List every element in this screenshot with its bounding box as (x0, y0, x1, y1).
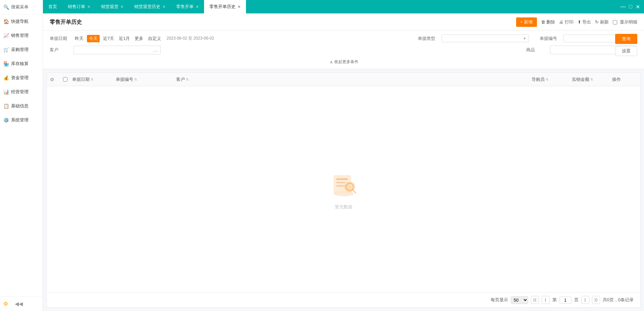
col-salesperson-sort-icon: ⇅ (546, 77, 548, 81)
display-detail-button[interactable]: 显示明细 (613, 19, 637, 25)
search-icon: 🔍 (3, 4, 9, 10)
tab-bar: 首页 销售订单 ✕ 销货退货 ✕ 销货退货历史 ✕ 零售开单 ✕ 零售开单历史 … (43, 0, 644, 13)
tab-retail-open-history-label: 零售开单历史 (209, 4, 236, 10)
tab-retail-open-history-close[interactable]: ✕ (238, 5, 241, 9)
export-button[interactable]: ⬆ 导出 (578, 19, 591, 25)
content-area: 零售开单历史 + 新增 🗑 删除 🖨 打印 ⬆ 导出 ↻ 刷新 显示明细 单据日… (43, 13, 644, 311)
filter-area: 单据日期 昨天 今天 近7天 近1月 更多 自定义 2023-06-02 至 2… (43, 31, 644, 69)
num-filter-label: 单据编号 (540, 36, 558, 42)
collapse-filter-row[interactable]: ∧ 收起更多条件 (50, 58, 637, 65)
goods-filter-label: 商品 (526, 47, 545, 53)
page-label: 第 (552, 297, 557, 303)
sidebar-item-purchase-mgmt[interactable]: 🛒 采购管理 (0, 43, 43, 57)
col-salesperson-label: 导购员 (532, 76, 545, 83)
tab-retail-open-label: 零售开单 (176, 4, 194, 10)
sidebar-item-inventory[interactable]: 🏪 库存核算 (0, 57, 43, 71)
collapse-filter-label: 收起更多条件 (334, 59, 358, 65)
customer-filter-dots[interactable]: ... (153, 47, 158, 53)
sidebar-item-basic-info[interactable]: 📋 基础信息 (0, 99, 43, 113)
sidebar-search[interactable]: 🔍 搜索采单 (0, 0, 43, 14)
date-range-display: 2023-06-02 至 2023-06-02 (166, 36, 214, 41)
collapse-sidebar-icon[interactable]: ◀◀ (15, 301, 23, 307)
per-page-select[interactable]: 10 20 50 100 (511, 296, 528, 304)
select-all-checkbox[interactable] (63, 77, 67, 82)
filter-settings-button[interactable]: 设置 (615, 46, 637, 56)
date-filter-label: 单据日期 (50, 36, 68, 42)
date-btn-1month[interactable]: 近1月 (117, 35, 131, 42)
refresh-button[interactable]: ↻ 刷新 (595, 19, 609, 25)
query-button[interactable]: 查询 (615, 34, 637, 44)
col-header-ops: 操作 (610, 76, 637, 83)
customer-filter-input[interactable] (77, 48, 153, 53)
type-chevron-icon: ▾ (524, 36, 526, 41)
sidebar-search-label: 搜索采单 (11, 4, 29, 10)
col-customer-label: 客户 (176, 76, 185, 83)
sidebar-item-system[interactable]: ⚙️ 系统管理 (0, 113, 43, 127)
col-header-customer[interactable]: 客户 ⇅ (174, 76, 530, 83)
tab-sales-return-label: 销货退货 (101, 4, 118, 10)
col-header-date[interactable]: 单据日期 ⇅ (70, 76, 114, 83)
next-page-button[interactable]: ⟩ (581, 296, 589, 304)
per-page-label: 每页显示 (491, 297, 508, 303)
date-btn-today[interactable]: 今天 (87, 35, 100, 42)
sidebar-item-sales-mgmt[interactable]: 📈 销售管理 (0, 29, 43, 43)
last-page-button[interactable]: ⟩⟩ (592, 296, 600, 304)
finance-icon: 💰 (3, 75, 9, 81)
purchase-icon: 🛒 (3, 47, 9, 52)
tab-sales-order-label: 销售订单 (68, 4, 85, 10)
display-detail-checkbox[interactable] (613, 20, 617, 24)
filter-action-group: 查询设置 (615, 34, 637, 56)
prev-page-button[interactable]: ⟨ (542, 296, 550, 304)
date-btn-more[interactable]: 更多 (133, 35, 145, 42)
page-suffix: 页 (574, 297, 579, 303)
sidebar-item-operations[interactable]: 📊 经营管理 (0, 85, 43, 99)
col-date-sort-icon: ⇅ (91, 77, 93, 81)
date-btn-custom[interactable]: 自定义 (147, 35, 162, 42)
col-customer-sort-icon: ⇅ (186, 77, 189, 81)
operations-icon: 📊 (3, 89, 9, 95)
type-filter-select[interactable]: ▾ (442, 35, 529, 42)
print-button[interactable]: 🖨 打印 (559, 19, 574, 25)
col-header-num[interactable]: 单据编号 ⇅ (114, 76, 174, 83)
add-button[interactable]: + 新增 (516, 17, 537, 27)
sidebar-item-quick-nav[interactable]: 🏠 快捷导航 (0, 14, 43, 29)
col-header-salesperson[interactable]: 导购员 ⇅ (530, 76, 570, 83)
basic-info-icon: 📋 (3, 103, 9, 109)
col-num-sort-icon: ⇅ (134, 77, 137, 81)
chevron-up-icon: ∧ (330, 60, 333, 64)
tab-sales-order-close[interactable]: ✕ (87, 5, 90, 9)
table-header: ⚙ 单据日期 ⇅ 单据编号 ⇅ 客户 ⇅ 导购员 ⇅ (47, 73, 640, 86)
tab-home[interactable]: 首页 (43, 0, 62, 13)
home-icon: 🏠 (3, 19, 9, 24)
col-ops-label: 操作 (612, 76, 621, 83)
page-input[interactable] (559, 297, 572, 304)
settings-icon[interactable]: ⚙ (3, 301, 8, 307)
tab-sales-order[interactable]: 销售订单 ✕ (62, 0, 96, 13)
first-page-button[interactable]: ⟨⟨ (531, 296, 539, 304)
tab-sales-return[interactable]: 销货退货 ✕ (96, 0, 129, 13)
sidebar-item-finance[interactable]: 💰 资金管理 (0, 71, 43, 85)
date-btn-yesterday[interactable]: 昨天 (73, 35, 85, 42)
delete-button[interactable]: 🗑 删除 (541, 19, 555, 25)
customer-filter-label: 客户 (50, 47, 68, 53)
svg-rect-2 (336, 178, 348, 180)
tab-retail-open[interactable]: 零售开单 ✕ (171, 0, 204, 13)
tab-sales-return-history-close[interactable]: ✕ (162, 5, 165, 9)
date-btn-7days[interactable]: 近7天 (102, 35, 115, 42)
tab-retail-open-close[interactable]: ✕ (196, 5, 199, 9)
tab-sales-return-close[interactable]: ✕ (120, 5, 123, 9)
sidebar-item-label: 采购管理 (11, 47, 29, 53)
close-button[interactable]: ✕ (636, 4, 640, 10)
date-filter-buttons: 昨天 今天 近7天 近1月 更多 自定义 2023-06-02 至 2023-0… (73, 35, 214, 42)
tab-retail-open-history[interactable]: 零售开单历史 ✕ (204, 0, 246, 13)
table-settings-icon[interactable]: ⚙ (50, 77, 60, 82)
tab-sales-return-history[interactable]: 销货退货历史 ✕ (129, 0, 171, 13)
main-area: 首页 销售订单 ✕ 销货退货 ✕ 销货退货历史 ✕ 零售开单 ✕ 零售开单历史 … (43, 0, 644, 311)
minimize-button[interactable]: — (620, 4, 626, 10)
filter-row-1: 单据日期 昨天 今天 近7天 近1月 更多 自定义 2023-06-02 至 2… (50, 35, 637, 42)
pagination: 每页显示 10 20 50 100 ⟨⟨ ⟨ 第 页 ⟩ ⟩⟩ 共0页，0条记录 (46, 293, 641, 308)
col-header-amount[interactable]: 实销金额 ⇅ (570, 76, 610, 83)
maximize-button[interactable]: □ (629, 4, 632, 10)
sidebar: 🔍 搜索采单 🏠 快捷导航 📈 销售管理 🛒 采购管理 🏪 库存核算 💰 资金管… (0, 0, 43, 311)
table-select-all[interactable] (60, 77, 70, 82)
